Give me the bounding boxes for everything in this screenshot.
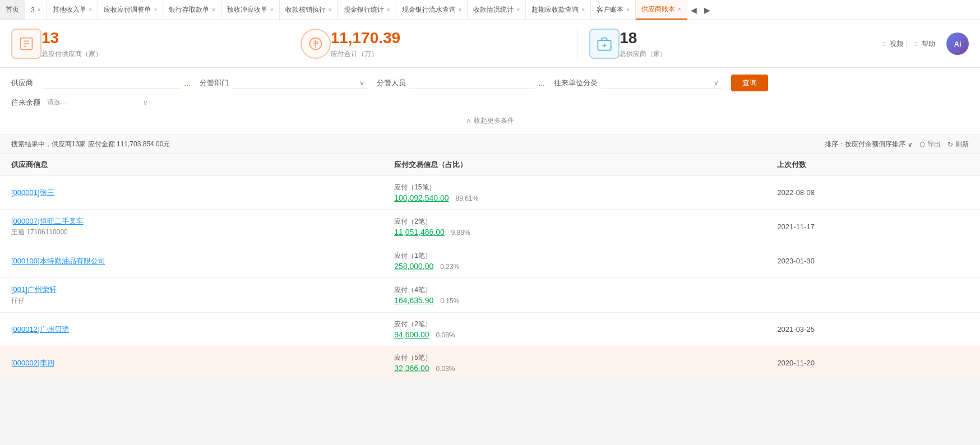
- chevron-down-icon3: ∨: [143, 99, 148, 106]
- col-header-lastpay: 上次付数: [777, 160, 969, 170]
- tx-info-cell: 应付（2笔） 94,600.00 0.08%: [394, 319, 777, 339]
- nav-tab-cash-flow[interactable]: 现金银行流水查询 ×: [396, 0, 468, 20]
- supplier-link[interactable]: [000012]广州贝瑞: [11, 325, 394, 335]
- tx-percent: 0.15%: [440, 297, 459, 305]
- tx-amount[interactable]: 32,366.00: [394, 364, 429, 373]
- tx-info-cell: 应付（1笔） 258,000.00 0.23%: [394, 251, 777, 271]
- close-icon[interactable]: ×: [270, 7, 274, 13]
- close-icon[interactable]: ×: [212, 7, 215, 13]
- tx-info-cell: 应付（15笔） 100,092,540.00 89.61%: [394, 183, 777, 202]
- tx-percent: 0.08%: [436, 331, 455, 339]
- table-row: [000012]广州贝瑞 应付（2笔） 94,600.00 0.08% 2021…: [0, 313, 980, 346]
- nav-tab-supplier-ledger[interactable]: 供应商账本 ×: [636, 0, 687, 20]
- last-pay-cell: 2020-11-20: [777, 359, 969, 367]
- results-bar: 搜索结果中，供应商13家 应付金额 111,703,854.00元 排序：按应付…: [0, 135, 980, 154]
- supplier-link[interactable]: [001]广州荣轩: [11, 285, 394, 295]
- nav-tab-home[interactable]: 首页: [0, 0, 25, 20]
- nav-tab-overdue[interactable]: 超期应收款查询 ×: [526, 0, 591, 20]
- close-icon[interactable]: ×: [329, 7, 332, 13]
- balance-filter-label: 往来余额: [11, 98, 40, 108]
- summary-bar: 13 总应付供应商（家） 11,170.39 应付合计（万） 18: [0, 20, 980, 68]
- close-icon[interactable]: ×: [678, 6, 681, 12]
- nav-tab-3[interactable]: 3 ×: [25, 0, 47, 20]
- close-icon[interactable]: ×: [516, 7, 520, 13]
- last-pay-cell: 2022-08-08: [777, 188, 969, 197]
- supplier-dots-icon[interactable]: ...: [184, 78, 191, 87]
- nav-tab-customer-ledger-label: 客户账本: [597, 5, 623, 15]
- tx-label: 应付（1笔）: [394, 251, 777, 261]
- nav-prev-button[interactable]: ◀: [687, 0, 701, 20]
- nav-tab-other-income[interactable]: 其他收入单 ×: [47, 0, 99, 20]
- table-row: [000002]李四 应付（5笔） 32,366.00 0.03% 2020-1…: [0, 346, 980, 380]
- supplier-info-cell: [000100]本特勤油品有限公司: [11, 256, 394, 266]
- supplier-info-cell: [000001]张三: [11, 188, 394, 198]
- close-icon[interactable]: ×: [38, 7, 41, 13]
- supplier-link[interactable]: [000100]本特勤油品有限公司: [11, 256, 394, 266]
- dept-select[interactable]: ∨: [232, 77, 368, 89]
- tx-amount[interactable]: 258,000.00: [394, 262, 433, 271]
- sort-select[interactable]: 排序：按应付余额倒序排序 ∨: [825, 140, 913, 149]
- nav-tab-adjustment[interactable]: 应收应付调整单 ×: [98, 0, 163, 20]
- collapse-bar[interactable]: ∧ 收起更多条件: [11, 114, 969, 128]
- video-link[interactable]: 视频: [890, 39, 903, 49]
- summary-total-suppliers-text: 18 总供应商（家）: [620, 29, 667, 59]
- tx-amount[interactable]: 11,051,486.00: [394, 228, 445, 237]
- close-icon[interactable]: ×: [581, 7, 585, 13]
- nav-tab-advance-label: 预收冲应收单: [227, 5, 267, 15]
- tx-label: 应付（5笔）: [394, 353, 777, 363]
- nav-tab-adjustment-label: 应收应付调整单: [104, 5, 151, 15]
- last-pay-cell: 2021-11-17: [777, 222, 969, 231]
- refresh-icon: ↻: [947, 141, 953, 149]
- tx-amount[interactable]: 164,635.90: [394, 296, 433, 305]
- tx-amount[interactable]: 100,092,540.00: [394, 193, 449, 202]
- help-link[interactable]: 帮助: [922, 39, 935, 49]
- nav-tab-customer-ledger[interactable]: 客户账本 ×: [591, 0, 636, 20]
- filter-category: 往来单位分类 ∨: [554, 77, 722, 89]
- supplier-link[interactable]: [000007]恒旺二手叉车: [11, 216, 394, 226]
- supplier-link[interactable]: [000002]李四: [11, 358, 394, 368]
- col-header-supplier: 供应商信息: [11, 160, 394, 170]
- balance-select[interactable]: 请选... ∨: [44, 96, 151, 109]
- table-row: [000100]本特勤油品有限公司 应付（1笔） 258,000.00 0.23…: [0, 244, 980, 278]
- close-icon[interactable]: ×: [154, 7, 157, 13]
- nav-tab-bank[interactable]: 银行存取款单 ×: [163, 0, 221, 20]
- chevron-down-icon: ∨: [359, 79, 364, 87]
- filter-row-1: 供应商 ... 分管部门 ∨ 分管人员 ... 往来单位分类 ∨ 查询: [11, 75, 969, 91]
- nav-tab-collection-stat[interactable]: 收款情况统计 ×: [468, 0, 526, 20]
- nav-next-button[interactable]: ▶: [701, 0, 714, 20]
- close-icon[interactable]: ×: [387, 7, 390, 13]
- refresh-button[interactable]: ↻ 刷新: [947, 140, 969, 149]
- nav-tab-cash-stat[interactable]: 现金银行统计 ×: [338, 0, 396, 20]
- person-input[interactable]: [409, 77, 535, 89]
- close-icon[interactable]: ×: [459, 7, 462, 13]
- nav-tab-other-income-label: 其他收入单: [53, 5, 86, 15]
- nav-tab-collection[interactable]: 收款核销执行 ×: [280, 0, 338, 20]
- query-button[interactable]: 查询: [731, 75, 768, 91]
- nav-tab-advance[interactable]: 预收冲应收单 ×: [221, 0, 280, 20]
- shop-icon: [589, 29, 620, 59]
- payable-suppliers-number: 13: [41, 29, 102, 47]
- header-links: ⊙ 视频 | ⊙ 帮助 Ai: [867, 33, 969, 55]
- supplier-info-cell: [000012]广州贝瑞: [11, 325, 394, 335]
- supplier-link[interactable]: [000001]张三: [11, 188, 394, 198]
- export-button[interactable]: ⬡ 导出: [919, 140, 941, 149]
- filter-supplier: 供应商 ...: [11, 77, 191, 89]
- supplier-sub: 王通 17106110000: [11, 228, 394, 237]
- chevron-down-icon2: ∨: [714, 79, 719, 87]
- close-icon[interactable]: ×: [626, 7, 630, 13]
- tx-amount[interactable]: 94,600.00: [394, 330, 429, 339]
- summary-total-payable: 11,170.39 应付合计（万）: [289, 29, 579, 59]
- nav-tab-cash-stat-label: 现金银行统计: [344, 5, 384, 15]
- category-select[interactable]: ∨: [601, 77, 722, 89]
- last-pay-cell: 2021-03-25: [777, 325, 969, 333]
- tx-label: 应付（15笔）: [394, 183, 777, 192]
- filter-dept: 分管部门 ∨: [200, 77, 368, 89]
- tx-label: 应付（4笔）: [394, 285, 777, 295]
- close-icon[interactable]: ×: [89, 7, 93, 13]
- refresh-label: 刷新: [955, 140, 969, 149]
- supplier-input[interactable]: [43, 77, 181, 89]
- supplier-filter-label: 供应商: [11, 78, 39, 88]
- nav-tab-overdue-label: 超期应收款查询: [531, 5, 579, 15]
- person-dots-icon[interactable]: ...: [538, 78, 545, 87]
- ai-button[interactable]: Ai: [946, 33, 969, 55]
